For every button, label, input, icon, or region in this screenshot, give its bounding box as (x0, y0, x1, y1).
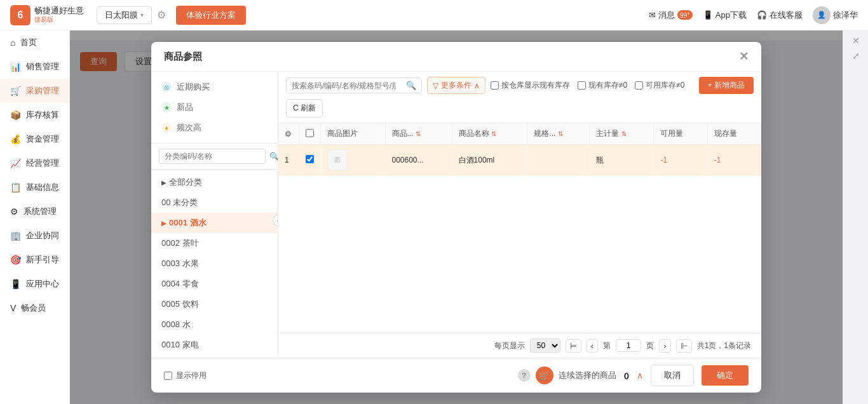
product-search-input[interactable] (287, 79, 401, 93)
sidebar-finance-label: 资金管理 (26, 133, 59, 145)
logo-area: 6 畅捷通好生意 捷易版 (10, 5, 84, 25)
th-settings[interactable]: ⚙ (278, 123, 299, 145)
th-checkbox[interactable] (299, 123, 320, 145)
sidebar-item-sales[interactable]: 📊 销售管理 (0, 55, 69, 79)
category-fruit[interactable]: 0003 水果 (151, 253, 278, 274)
sidebar-item-basic-info[interactable]: 📋 基础信息 (0, 175, 69, 199)
mini-expand-icon[interactable]: ⤢ (852, 51, 860, 61)
td-checkbox[interactable] (299, 145, 320, 176)
sidebar-item-finance[interactable]: 💰 资金管理 (0, 127, 69, 151)
product-table-body: 1 图 000600... 白酒100ml (278, 145, 761, 176)
th-unit[interactable]: 主计量 ⇅ (590, 123, 654, 145)
modal-close-button[interactable]: ✕ (739, 50, 749, 64)
sidebar-item-system[interactable]: ⚙ 系统管理 (0, 199, 69, 224)
select-all-checkbox[interactable] (306, 129, 314, 137)
sidebar-item-apps[interactable]: 📱 应用中心 (0, 272, 69, 296)
company-name: 日太阳膜 (105, 10, 138, 21)
category-all-label: 全部分类 (169, 177, 202, 188)
new-product-tab[interactable]: ★ 新品 (151, 97, 278, 118)
cart-count: 0 (624, 370, 629, 381)
category-water[interactable]: 0008 水 (151, 314, 278, 335)
first-page-button[interactable]: ⊨ (566, 339, 581, 353)
filter-arrow-icon: ∧ (474, 81, 480, 90)
cart-button[interactable]: 🛒 (536, 367, 553, 384)
app-download-nav-item[interactable]: 📱 App下载 (703, 10, 747, 21)
category-tea[interactable]: 0002 茶叶 (151, 233, 278, 253)
filter-label: 更多条件 (441, 80, 471, 91)
th-name-sort-icon: ⇅ (491, 130, 496, 137)
checkbox-by-warehouse-input[interactable] (491, 81, 499, 90)
confirm-button[interactable]: 确定 (702, 365, 749, 386)
category-search-icon[interactable]: 🔍 (269, 152, 278, 161)
purchase-icon: 🛒 (10, 86, 21, 96)
quick-tabs: ⊙ 近期购买 ★ 新品 ♦ 频次高 (151, 72, 278, 144)
category-all[interactable]: ▶ 全部分类 (151, 172, 278, 192)
cancel-button[interactable]: 取消 (651, 365, 694, 386)
company-selector[interactable]: 日太阳膜 ▾ (97, 6, 152, 24)
modal-title: 商品参照 (164, 51, 202, 63)
table-row[interactable]: 1 图 000600... 白酒100ml (278, 145, 761, 176)
th-available: 可用量 (654, 123, 707, 145)
sidebar-item-guide[interactable]: 🎯 新手引导 (0, 248, 69, 272)
avatar: 👤 (813, 6, 831, 24)
checkbox-usable-input[interactable] (635, 81, 643, 90)
product-reference-modal: 商品参照 ✕ ⊙ 近期购买 ★ (151, 42, 761, 393)
th-name[interactable]: 商品名称 ⇅ (452, 123, 527, 145)
mini-close-icon[interactable]: ✕ (852, 36, 860, 46)
next-page-button[interactable]: › (659, 339, 670, 353)
category-tea-label: 0002 茶叶 (161, 238, 199, 249)
sidebar-item-home[interactable]: ⌂ 首页 (0, 30, 69, 55)
cart-collapse-icon[interactable]: ∧ (637, 370, 643, 380)
product-table-wrap: ⚙ 商品图片 商品... ⇅ (278, 123, 761, 333)
experience-button[interactable]: 体验行业方案 (176, 6, 246, 25)
inventory-icon: 📦 (10, 110, 21, 120)
checkbox-by-warehouse[interactable]: 按仓库显示现有库存 (491, 80, 570, 91)
checkbox-usable-label: 可用库存≠0 (646, 80, 684, 91)
logo-text: 畅捷通好生意 捷易版 (34, 6, 84, 25)
refresh-button[interactable]: C 刷新 (286, 99, 323, 118)
logo-icon: 6 (10, 5, 31, 25)
settings-icon[interactable]: ⚙ (157, 9, 166, 21)
category-beverages[interactable]: 0005 饮料 (151, 294, 278, 314)
messages-label: 消息 (658, 10, 675, 21)
prev-page-button[interactable]: ‹ (587, 339, 598, 353)
category-appliances[interactable]: 0010 家电 (151, 335, 278, 355)
sidebar-item-purchase[interactable]: 🛒 采购管理 (0, 79, 69, 103)
checkbox-available-input[interactable] (578, 81, 586, 90)
sales-icon: 📊 (10, 62, 21, 72)
sidebar-item-member[interactable]: V 畅会员 (0, 296, 69, 320)
th-spec[interactable]: 规格... ⇅ (527, 123, 590, 145)
sidebar-item-enterprise[interactable]: 🏢 企业协同 (0, 224, 69, 248)
page-input[interactable] (616, 339, 641, 352)
category-liquor[interactable]: ▶ 0001 酒水 (151, 213, 278, 233)
th-code-label: 商品... (392, 129, 414, 138)
sidebar-item-inventory[interactable]: 📦 库存核算 (0, 103, 69, 127)
row-checkbox[interactable] (306, 155, 314, 163)
frequent-tab[interactable]: ♦ 频次高 (151, 118, 278, 138)
more-filters-button[interactable]: ▽ 更多条件 ∧ (427, 77, 485, 94)
th-code[interactable]: 商品... ⇅ (385, 123, 452, 145)
sidebar-inventory-label: 库存核算 (26, 109, 59, 121)
help-icon[interactable]: ? (518, 369, 531, 382)
chevron-down-icon: ▾ (140, 11, 144, 18)
sidebar-item-operations[interactable]: 📈 经营管理 (0, 151, 69, 175)
customer-service-nav-item[interactable]: 🎧 在线客服 (757, 10, 803, 21)
page-size-select[interactable]: 50 (530, 339, 560, 353)
category-uncategorized[interactable]: 00 未分类 (151, 192, 278, 213)
show-disabled-input[interactable] (164, 372, 172, 380)
add-product-button[interactable]: + 新增商品 (699, 77, 754, 94)
user-icon: 👤 (817, 11, 826, 19)
checkbox-usable[interactable]: 可用库存≠0 (635, 80, 684, 91)
category-snacks[interactable]: 0004 零食 (151, 274, 278, 294)
product-search-icon[interactable]: 🔍 (401, 78, 421, 93)
recent-purchase-tab[interactable]: ⊙ 近期购买 (151, 77, 278, 97)
user-nav-item[interactable]: 👤 徐泽华 (813, 6, 858, 24)
freq-icon: ♦ (161, 123, 172, 133)
filter-checkboxes: 按仓库显示现有库存 现有库存≠0 可用库存≠0 (491, 80, 685, 91)
category-search-input[interactable] (159, 149, 266, 164)
checkbox-available[interactable]: 现有库存≠0 (578, 80, 627, 91)
sidebar-basic-info-label: 基础信息 (26, 182, 59, 193)
show-disabled-checkbox[interactable]: 显示停用 (164, 370, 207, 381)
last-page-button[interactable]: ⊩ (676, 339, 692, 353)
messages-nav-item[interactable]: ✉ 消息 99+ (649, 10, 693, 21)
